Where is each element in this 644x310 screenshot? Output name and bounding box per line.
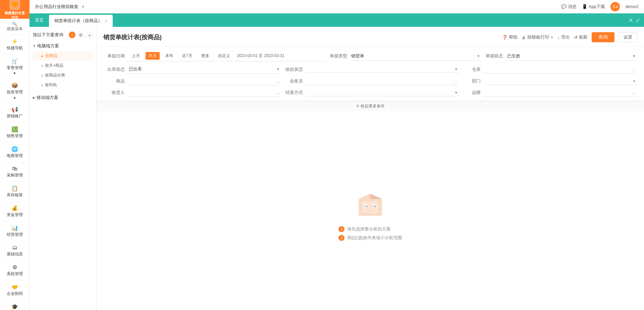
date-btn-custom[interactable]: 自定义 bbox=[215, 52, 233, 60]
panel-title: 按以下方案查询 bbox=[33, 32, 63, 38]
inventory-label: 库存核算 bbox=[7, 192, 23, 198]
settlement-filter-control[interactable]: ▼ bbox=[306, 89, 460, 96]
settings-button[interactable]: 设置 bbox=[619, 32, 637, 42]
scheme-item-driver[interactable]: ≡ 按司机 bbox=[33, 80, 93, 90]
operations-label: 经营管理 bbox=[7, 232, 23, 238]
department-filter-control[interactable]: ▼ bbox=[483, 78, 637, 85]
export-button[interactable]: ↓ 导出 bbox=[558, 34, 570, 40]
doctype-label: 单据类型 bbox=[326, 53, 350, 59]
sidebar-search[interactable]: 🔍 帮助 搜索菜单 bbox=[0, 19, 29, 35]
search-icon: 🔍 bbox=[2, 21, 27, 26]
date-label: 单据日期 bbox=[103, 53, 127, 59]
filter-item-doctype: 单据类型 销货单 ▼ bbox=[326, 52, 481, 61]
sidebar-item-inventory[interactable]: 📋 库存核算 bbox=[0, 182, 29, 202]
sidebar-item-sales[interactable]: 💹 销售管理 bbox=[0, 123, 29, 143]
scheme-add-button[interactable]: + bbox=[69, 32, 75, 38]
user-avatar[interactable]: Ea bbox=[610, 2, 620, 11]
collapse-row[interactable]: ∧ 收起更多条件 bbox=[97, 101, 644, 111]
scheme-item-goods-category[interactable]: ≡ 按商品分类 bbox=[33, 70, 93, 80]
docstatus-filter-control[interactable]: 已生效 ▼ bbox=[506, 52, 637, 61]
wholesale-label: 批发管理 bbox=[7, 89, 23, 95]
app-logo[interactable]: 🧡 畅捷通好生意 标版 bbox=[0, 0, 30, 19]
scheme-item-month-goods[interactable]: ≡ 按月+商品 bbox=[33, 61, 93, 70]
refresh-button[interactable]: ↺ 刷新 bbox=[574, 34, 588, 40]
filter-item-brand: 品牌 … bbox=[459, 89, 637, 97]
sidebar-item-basic[interactable]: 🗂 基础信息 bbox=[0, 241, 29, 261]
panel-collapse-button[interactable]: « bbox=[86, 32, 93, 38]
wholesale-icon: 📦 bbox=[11, 82, 18, 89]
receiver-filter-control[interactable]: … bbox=[127, 89, 281, 97]
basic-icon: 🗂 bbox=[12, 245, 17, 251]
sidebar-item-system[interactable]: ⚙ 系统管理 bbox=[0, 261, 29, 280]
print-label: 按模板打印 bbox=[527, 34, 549, 40]
svg-marker-3 bbox=[370, 194, 382, 199]
docstatus-label: 单据状态 bbox=[482, 53, 506, 59]
home-tab-label: 首页 bbox=[35, 17, 44, 23]
filter-item-department: 部门 ▼ bbox=[459, 78, 637, 85]
user-name[interactable]: demo2 bbox=[625, 4, 639, 9]
goods-filter-control[interactable]: … bbox=[127, 77, 281, 85]
print-icon: 🖨 bbox=[522, 35, 526, 40]
system-label: 系统管理 bbox=[7, 271, 23, 277]
svg-point-8 bbox=[366, 205, 368, 207]
brand-filter-control[interactable]: … bbox=[483, 89, 637, 97]
sidebar-item-wholesale[interactable]: 📦 批发管理 ▲ bbox=[0, 79, 29, 103]
sidebar-item-quicknav[interactable]: ⚡ 快捷导航 bbox=[0, 35, 29, 55]
scheme-settings-button[interactable]: ⚙ bbox=[77, 32, 84, 38]
filter-row-1: 单据日期 上月 本月 本年 近7天 更多 自定义 2023-03-01 至 20… bbox=[103, 51, 637, 61]
scheme-group-mobile-title[interactable]: ▶ 移动端方案 bbox=[33, 93, 93, 103]
sidebar-item-finance[interactable]: 💰 资金管理 bbox=[0, 202, 29, 221]
message-icon: 💬 bbox=[561, 4, 567, 9]
tab-expand-button[interactable]: ⤢ bbox=[636, 17, 640, 23]
sidebar-item-operations[interactable]: 📊 经营管理 bbox=[0, 221, 29, 241]
sidebar-item-enterprise[interactable]: 🤝 企业协同 bbox=[0, 280, 29, 300]
receiptstatus-filter-control[interactable]: ▼ bbox=[306, 66, 460, 73]
goods-dots: … bbox=[276, 79, 280, 84]
tab-close-all-button[interactable]: ✕ bbox=[629, 17, 633, 23]
scheme-group-desktop-title[interactable]: ▼ 电脑端方案 bbox=[33, 41, 93, 51]
help-button[interactable]: ❓ 帮助 bbox=[502, 34, 518, 40]
inventory-icon: 📋 bbox=[11, 185, 18, 192]
outstatus-filter-control[interactable]: 已出库 ▼ bbox=[127, 65, 281, 74]
sidebar-item-purchase[interactable]: 🛍 采购管理 bbox=[0, 162, 29, 182]
tab-active[interactable]: 销货单统计表（按商品） × bbox=[49, 15, 113, 27]
filter-item-outstatus: 出库状态 已出库 ▼ bbox=[103, 65, 281, 74]
svg-marker-2 bbox=[359, 194, 370, 199]
sidebar-item-ecommerce[interactable]: 🌐 电商管理 bbox=[0, 143, 29, 162]
date-btn-lastmonth[interactable]: 上月 bbox=[129, 52, 143, 60]
date-btn-more[interactable]: 更多 bbox=[198, 52, 212, 60]
warehouse-filter-control[interactable]: … bbox=[483, 65, 637, 73]
date-btn-thisyear[interactable]: 本年 bbox=[162, 52, 176, 60]
filter-row-2: 出库状态 已出库 ▼ 收款状态 ▼ 仓库 bbox=[103, 65, 637, 74]
salesman-label: 业务员 bbox=[281, 78, 306, 84]
date-btn-7days[interactable]: 近7天 bbox=[179, 52, 196, 60]
filter-row-4: 收货人 … 结算方式 ▼ 品牌 bbox=[103, 89, 637, 97]
scheme-active-icon: ● bbox=[41, 54, 43, 58]
finance-icon: 💰 bbox=[11, 205, 18, 211]
app-download-button[interactable]: 📱 App下载 bbox=[582, 4, 605, 10]
filter-item-date: 单据日期 上月 本月 本年 近7天 更多 自定义 2023-03-01 至 20… bbox=[103, 51, 326, 61]
message-button[interactable]: 💬 消息 bbox=[561, 4, 577, 10]
doctype-filter-control[interactable]: 销货单 ▼ bbox=[350, 52, 481, 61]
page-title-bar: 销货单统计表(按商品) ❓ 帮助 🖨 按模板打印 ▼ ↓ 导出 bbox=[97, 27, 644, 47]
purchase-icon: 🛍 bbox=[12, 166, 17, 172]
sidebar: 🧡 畅捷通好生意 标版 🔍 帮助 搜索菜单 ⚡ 快捷导航 🛒 零售管理 ▼ 📦 … bbox=[0, 0, 30, 310]
date-filter-control[interactable]: 上月 本月 本年 近7天 更多 自定义 2023-03-01 至 2023-03… bbox=[127, 51, 326, 61]
print-arrow: ▼ bbox=[550, 36, 554, 39]
sidebar-item-marketing[interactable]: 📢 营销推广 bbox=[0, 103, 29, 123]
dropdown-arrow[interactable]: ▼ bbox=[81, 5, 85, 9]
date-btn-thismonth[interactable]: 本月 bbox=[146, 52, 160, 60]
sidebar-item-retail[interactable]: 🛒 零售管理 ▼ bbox=[0, 55, 29, 79]
svg-point-9 bbox=[374, 205, 376, 207]
sidebar-item-newbie[interactable]: 🎓 新手引导 bbox=[0, 300, 29, 310]
print-button[interactable]: 🖨 按模板打印 ▼ bbox=[522, 34, 554, 40]
page-title: 销货单统计表(按商品) bbox=[103, 33, 162, 41]
query-button[interactable]: 查询 bbox=[592, 32, 614, 42]
doctype-value: 销货单 bbox=[351, 53, 475, 59]
close-tab-button[interactable]: × bbox=[105, 18, 107, 23]
salesman-filter-control[interactable]: … bbox=[306, 77, 460, 85]
scheme-item-by-goods[interactable]: ● 按商品 bbox=[33, 51, 93, 61]
scheme-icon-2: ≡ bbox=[41, 73, 43, 78]
ecommerce-label: 电商管理 bbox=[7, 153, 23, 159]
tab-home[interactable]: 首页 bbox=[30, 13, 49, 27]
